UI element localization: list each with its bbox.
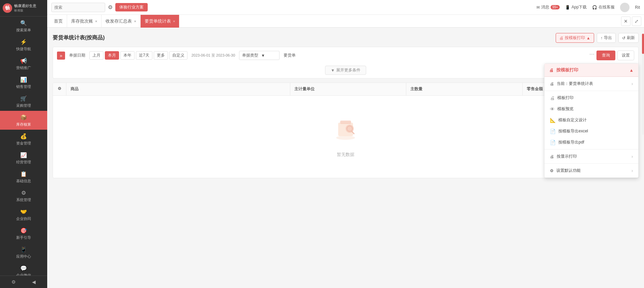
settings-icon[interactable]: ⚙: [108, 4, 113, 10]
sidebar-item-purchase[interactable]: 🛒 采购管理: [0, 92, 47, 111]
col-product: 商品: [66, 83, 290, 95]
trial-button[interactable]: 体验行业方案: [115, 3, 148, 11]
dropdown-header[interactable]: 🖨 按模板打印 ▲: [545, 64, 638, 77]
filter-row-1: » 单据日期 上月 本月 本年 近7天 更多 自定义 2023-06-01 至 …: [57, 51, 634, 60]
sidebar-item-app-center[interactable]: 📱 应用中心: [0, 243, 47, 262]
messages-btn[interactable]: ✉ 消息 99+: [536, 4, 560, 10]
tab-receipt-summary-close[interactable]: ×: [134, 19, 136, 23]
expand-btn-label: 展开更多条件: [336, 67, 360, 73]
export-label: 导出: [604, 35, 612, 41]
export-button[interactable]: ↑ 导出: [597, 33, 616, 43]
refresh-icon: ↺: [622, 36, 625, 40]
current-template-icon: 🖨: [550, 82, 554, 86]
tab-home[interactable]: 首页: [50, 15, 67, 28]
template-export-pdf-icon: 📄: [550, 140, 556, 145]
sidebar-item-guide[interactable]: 🎯 新手引导: [0, 224, 47, 243]
topbar-right: ✉ 消息 99+ 📱 App下载 🎧 在线客服 Rit: [536, 3, 640, 12]
order-type-select[interactable]: 单据类型 ▼: [239, 51, 280, 60]
close-all-btn[interactable]: ✕: [621, 17, 631, 26]
empty-icon: [332, 116, 359, 148]
sidebar-item-marketing[interactable]: 📢 营销推广: [0, 54, 47, 73]
date-this-year-btn[interactable]: 本年: [120, 51, 135, 60]
filter-more-icon[interactable]: ···: [589, 51, 594, 60]
sidebar-item-label: 采购管理: [16, 103, 31, 108]
filter-expand-icon[interactable]: »: [57, 52, 65, 60]
expand-down-icon: ▼: [331, 68, 335, 73]
template-preview-item[interactable]: 👁 模板预览: [545, 103, 638, 115]
col-unit: 主计量单位: [290, 83, 406, 95]
current-template-item[interactable]: 🖨 当前：要货单统计表 ›: [545, 78, 638, 89]
display-print-icon: 🖨: [550, 154, 554, 159]
sidebar-item-quick-nav[interactable]: ⚡ 快捷导航: [0, 35, 47, 54]
app-logo: 畅 畅康通好生意 标准版: [0, 0, 47, 17]
sidebar-item-system[interactable]: ⚙ 系统管理: [0, 186, 47, 205]
main-content: ⚙ 体验行业方案 ✉ 消息 99+ 📱 App下载 🎧 在线客服 Rit 首页: [47, 0, 644, 288]
page-title-bar: 要货单统计表(按商品) 🖨 按模板打印 ▲ ↑ 导出 ↺ 刷新: [53, 33, 639, 43]
date-last7-btn[interactable]: 近7天: [136, 51, 152, 60]
right-scrollbar[interactable]: [642, 34, 644, 135]
template-print-item[interactable]: 🖨 模板打印: [545, 92, 638, 103]
operations-icon: 📈: [20, 152, 27, 158]
default-function-section: ⚙ 设置默认功能 ›: [545, 164, 638, 178]
quick-nav-icon: ⚡: [20, 39, 27, 45]
app-download-label: App下载: [572, 4, 587, 10]
search-input[interactable]: [51, 3, 105, 12]
date-custom-btn[interactable]: 自定义: [169, 51, 187, 60]
finance-icon: 💰: [20, 133, 27, 139]
logo-icon: 畅: [3, 3, 12, 13]
sidebar-item-label: 快捷导航: [16, 46, 31, 52]
query-button[interactable]: 查询: [596, 51, 615, 60]
default-function-left: ⚙ 设置默认功能: [550, 168, 581, 173]
svg-rect-2: [340, 121, 351, 124]
scrollbar-thumb[interactable]: [642, 34, 644, 54]
settings-button[interactable]: 设置: [617, 51, 634, 60]
template-preview-label: 模板预览: [557, 106, 574, 112]
col-settings[interactable]: ⚙: [53, 83, 66, 95]
print-button[interactable]: 🖨 按模板打印 ▲: [556, 33, 594, 43]
template-export-excel-item[interactable]: 📄 按模板导出excel: [545, 126, 638, 137]
app-download-btn[interactable]: 📱 App下载: [565, 4, 587, 10]
sidebar-item-search[interactable]: 🔍 搜索菜单: [0, 17, 47, 35]
phone-icon: 📱: [565, 5, 570, 10]
date-prev-month-btn[interactable]: 上月: [89, 51, 104, 60]
date-this-month-btn[interactable]: 本月: [105, 51, 119, 60]
sidebar-settings-btn[interactable]: ⚙: [11, 279, 16, 285]
sidebar-item-label: 库存核算: [16, 122, 31, 127]
printer-icon: 🖨: [559, 36, 563, 40]
refresh-button[interactable]: ↺ 刷新: [618, 33, 639, 43]
date-range-text: 2023-06-01 至 2023-06-30: [192, 53, 235, 58]
sidebar-item-finance[interactable]: 💰 资金管理: [0, 130, 47, 149]
sidebar-item-enterprise[interactable]: 🤝 企业协同: [0, 205, 47, 224]
chevron-up-icon: ▲: [629, 68, 634, 73]
tab-stock-batch[interactable]: 库存批次账 ×: [67, 15, 101, 28]
tab-receipt-summary-label: 收发存汇总表: [106, 18, 132, 24]
tab-order-stats-close[interactable]: ×: [173, 19, 175, 23]
display-print-label: 按显示打印: [557, 154, 577, 159]
sidebar-item-sales[interactable]: 📊 销售管理: [0, 73, 47, 92]
page-title: 要货单统计表(按商品): [53, 34, 105, 41]
date-filter-label: 单据日期: [69, 53, 85, 58]
dropdown-header-label: 按模板打印: [556, 67, 578, 73]
tab-stock-batch-close[interactable]: ×: [95, 19, 97, 23]
template-export-pdf-item[interactable]: 📄 按模板导出pdf: [545, 137, 638, 148]
tab-receipt-summary[interactable]: 收发存汇总表 ×: [101, 15, 140, 28]
enterprise-wechat-icon: 💬: [20, 265, 27, 271]
date-more-btn[interactable]: 更多: [154, 51, 168, 60]
tab-order-stats[interactable]: 要货单统计表 ×: [141, 15, 179, 28]
sidebar-item-inventory[interactable]: 📦 库存核算: [0, 111, 47, 130]
sidebar-item-operations[interactable]: 📈 经营管理: [0, 149, 47, 167]
expand-conditions-btn[interactable]: ▼ 展开更多条件: [325, 66, 366, 75]
template-preview-icon: 👁: [550, 106, 555, 112]
template-export-excel-label: 按模板导出excel: [558, 128, 588, 134]
online-support-btn[interactable]: 🎧 在线客服: [592, 4, 615, 10]
sidebar-item-enterprise-wechat[interactable]: 💬 企业微信: [0, 262, 47, 276]
sidebar-collapse-btn[interactable]: ◀: [32, 279, 36, 285]
sidebar-item-basic[interactable]: 📋 基础信息: [0, 167, 47, 186]
maximize-btn[interactable]: ⤢: [632, 17, 641, 26]
display-print-item[interactable]: 🖨 按显示打印 ›: [545, 151, 638, 162]
template-design-item[interactable]: 📐 模板自定义设计: [545, 115, 638, 126]
avatar[interactable]: [620, 3, 630, 12]
template-design-icon: 📐: [550, 118, 556, 123]
default-function-item[interactable]: ⚙ 设置默认功能 ›: [545, 165, 638, 176]
sidebar-item-label: 系统管理: [16, 197, 31, 202]
